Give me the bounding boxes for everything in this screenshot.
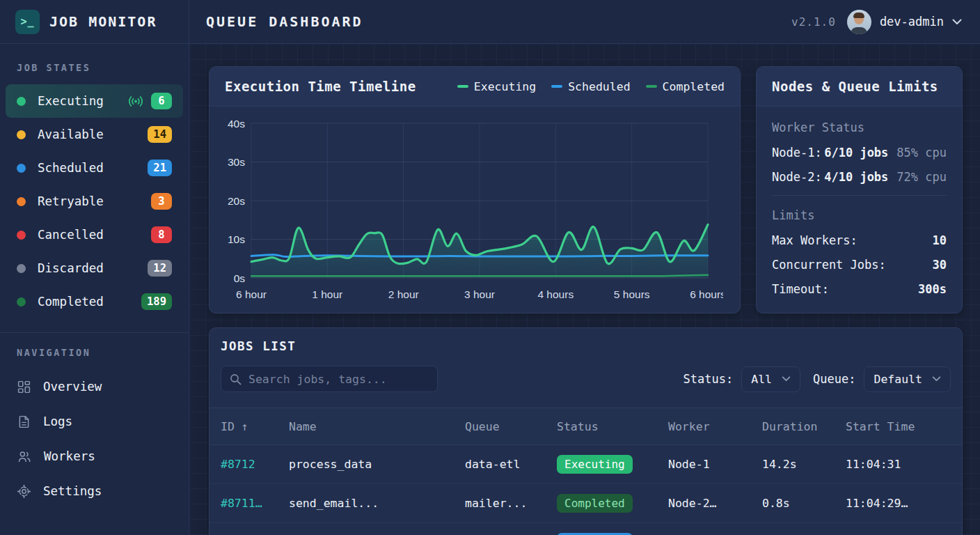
state-dot (17, 197, 26, 206)
sidebar-item-discarded[interactable]: Discarded12 (6, 251, 183, 285)
y-tick-label: 10s (228, 233, 245, 245)
x-tick-label: 4 hours (537, 288, 574, 300)
sidebar-item-overview[interactable]: Overview (0, 369, 189, 404)
state-label: Available (38, 127, 104, 141)
sidebar-item-logs[interactable]: Logs (0, 404, 189, 439)
worker-name: Node-1: (772, 146, 822, 160)
state-dot (17, 264, 26, 273)
sidebar-divider (0, 332, 189, 333)
terminal-logo-icon: >_ (15, 10, 40, 34)
status-badge: Completed (557, 494, 633, 513)
table-row[interactable]: #8711…send_email...mailer...CompletedNod… (210, 484, 962, 523)
chevron-down-icon (782, 376, 791, 382)
column-header-id-sorted[interactable]: ID ↑ (210, 420, 289, 433)
state-dot (17, 164, 26, 173)
state-label: Discarded (38, 261, 104, 275)
x-tick-label: 5 hours (614, 288, 650, 300)
job-name: process_data (289, 458, 465, 471)
sidebar-item-completed[interactable]: Completed189 (6, 285, 183, 318)
overview-grid-icon (17, 380, 31, 394)
queue-filter-select[interactable]: Default (864, 366, 951, 392)
state-count-badge: 3 (151, 193, 172, 210)
sidebar-item-workers[interactable]: Workers (0, 439, 189, 474)
worker-cpu: 72% cpu (896, 170, 947, 184)
sidebar-item-settings[interactable]: Settings (0, 474, 189, 509)
job-id-link[interactable]: #8712 (221, 458, 255, 471)
state-dot (17, 97, 26, 106)
nodes-card-title: Nodes & Queue Limits (772, 79, 938, 94)
navigation-list: OverviewLogsWorkersSettings (0, 369, 189, 509)
nodes-card-header: Nodes & Queue Limits (757, 67, 962, 107)
sidebar-item-available[interactable]: Available14 (6, 118, 183, 151)
jobs-list-title: JOBS LIST (221, 339, 962, 353)
job-name: send_email... (289, 497, 465, 510)
search-box (221, 366, 438, 392)
state-label: Completed (38, 295, 104, 309)
state-count-badge: 12 (148, 260, 172, 277)
gear-icon-wrap (17, 484, 31, 499)
column-header[interactable]: Duration (762, 420, 846, 433)
sidebar-item-executing[interactable]: Executing6 (6, 84, 183, 118)
worker-status-row: Node-1:6/10 jobs85% cpu (772, 146, 947, 160)
legend-label: Completed (663, 80, 725, 93)
column-header[interactable]: Start Time (846, 420, 962, 433)
sidebar-item-scheduled[interactable]: Scheduled21 (6, 151, 183, 185)
state-right: 12 (148, 260, 172, 277)
x-tick-label: 6 hour (236, 288, 267, 300)
navigation-heading: NAVIGATION (17, 347, 189, 358)
state-right: 189 (141, 293, 172, 310)
nav-label: Logs (43, 414, 72, 428)
selected-value: All (751, 373, 772, 386)
job-queue: mailer... (465, 497, 557, 510)
table-body: #8712process_datadata-etlExecutingNode-1… (210, 445, 962, 535)
job-id-link[interactable]: #8711… (221, 497, 262, 510)
state-right: 6 (127, 93, 172, 109)
state-count-badge: 189 (141, 293, 172, 310)
column-header[interactable]: Name (289, 420, 465, 433)
state-label: Cancelled (38, 228, 104, 242)
nav-label: Overview (43, 380, 102, 394)
chart-card-header: Execution Time Timeline ExecutingSchedul… (210, 67, 740, 107)
legend-item-scheduled: Scheduled (551, 80, 630, 93)
y-tick-label: 0s (234, 272, 246, 284)
jobs-controls: Status:AllQueue:Default (221, 366, 951, 392)
column-header[interactable]: Queue (465, 420, 557, 433)
nav-label: Workers (44, 449, 95, 463)
x-tick-label: 2 hour (388, 288, 419, 300)
nav-label: Settings (43, 484, 102, 498)
limit-value: 10 (933, 233, 947, 247)
worker-jobs: 4/10 jobs (824, 170, 888, 184)
brand-zone: >_ JOB MONITOR (0, 0, 189, 43)
y-tick-label: 40s (228, 118, 245, 130)
job-worker: Node-1 (668, 458, 762, 471)
chevron-down-icon (952, 19, 962, 25)
worker-status-row: Node-2:4/10 jobs72% cpu (772, 170, 947, 184)
settings-gear-icon (17, 484, 31, 499)
workers-list: Node-1:6/10 jobs85% cpuNode-2:4/10 jobs7… (772, 146, 947, 184)
chart-title: Execution Time Timeline (225, 79, 416, 94)
limit-row: Max Workers:10 (772, 233, 947, 247)
search-input[interactable] (248, 373, 429, 386)
job-worker: Node-2… (668, 497, 762, 510)
sidebar-item-retryable[interactable]: Retryable3 (6, 185, 183, 218)
status-badge: Executing (557, 455, 633, 474)
state-label: Scheduled (38, 161, 104, 175)
logo-glyph: >_ (20, 15, 34, 28)
state-dot (17, 130, 26, 139)
column-header[interactable]: Worker (668, 420, 762, 433)
sidebar-item-cancelled[interactable]: Cancelled8 (6, 218, 183, 251)
users-icon-wrap (17, 449, 32, 464)
y-tick-label: 20s (228, 195, 245, 207)
user-menu[interactable]: dev-admin (847, 10, 962, 34)
status-filter-select[interactable]: All (741, 366, 800, 392)
selected-value: Default (874, 373, 922, 386)
legend-dash (551, 85, 562, 88)
table-row[interactable]: #8710process_datamailerScheduledNode-10.… (210, 523, 962, 535)
table-row[interactable]: #8712process_datadata-etlExecutingNode-1… (210, 445, 962, 484)
column-header[interactable]: Status (557, 420, 668, 433)
state-count-badge: 6 (151, 93, 172, 109)
state-right: 21 (148, 160, 172, 176)
y-tick-label: 30s (228, 156, 245, 168)
limit-value: 300s (918, 282, 947, 296)
search-icon (230, 373, 242, 385)
